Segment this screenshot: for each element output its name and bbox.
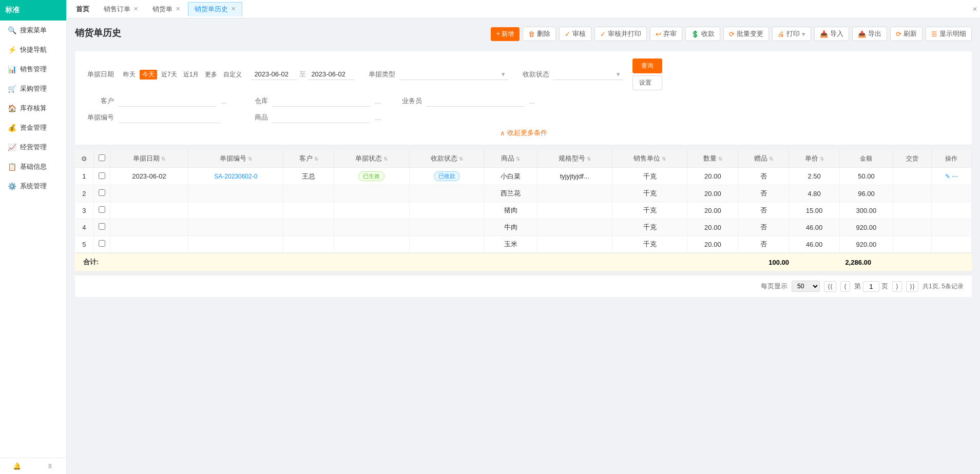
tab-sales-history[interactable]: 销货单历史 ✕ [188, 2, 242, 16]
page-size-label: 每页显示 [761, 282, 787, 291]
salesman-input[interactable] [426, 95, 525, 107]
new-button[interactable]: + 新增 [491, 27, 520, 41]
query-button[interactable]: 查询 [632, 58, 662, 73]
th-pay-status[interactable]: 收款状态 ⇅ [409, 150, 484, 168]
shortcut-1month[interactable]: 近1月 [181, 70, 201, 80]
doc-no-input[interactable] [118, 112, 221, 123]
select-all-checkbox[interactable] [99, 154, 105, 161]
row-checkbox[interactable] [99, 206, 105, 213]
collect-button[interactable]: 💲 收款 [685, 27, 720, 41]
row-checkbox[interactable] [99, 189, 105, 196]
sidebar-item-sales-mgmt[interactable]: 📊 销售管理 [0, 60, 66, 79]
cell-checkbox[interactable] [93, 202, 110, 219]
sort-unit[interactable]: 销售单位 ⇅ [633, 154, 666, 163]
audit-button[interactable]: ✓ 审核 [559, 27, 591, 41]
warehouse-input[interactable] [272, 95, 371, 107]
customer-input[interactable] [118, 95, 217, 107]
print-button[interactable]: 🖨 打印 ▾ [772, 27, 811, 41]
sort-pay-status[interactable]: 收款状态 ⇅ [431, 154, 463, 163]
import-button[interactable]: 📥 导入 [814, 27, 849, 41]
sort-doc-date[interactable]: 单据日期 ⇅ [133, 154, 165, 163]
sort-gift[interactable]: 赠品 ⇅ [754, 154, 773, 163]
sort-spec[interactable]: 规格型号 ⇅ [559, 154, 591, 163]
shortcut-7days[interactable]: 近7天 [159, 70, 179, 80]
shortcut-custom[interactable]: 自定义 [221, 70, 244, 80]
salesman-dots[interactable]: ... [529, 97, 535, 105]
pay-status-select[interactable]: ▾ [553, 69, 623, 80]
th-unit[interactable]: 销售单位 ⇅ [612, 150, 687, 168]
date-from-input[interactable] [251, 69, 297, 80]
row-checkbox[interactable] [99, 240, 105, 247]
tab-sales-delivery[interactable]: 销货单 ✕ [146, 2, 187, 16]
tab-home[interactable]: 首页 [69, 2, 96, 16]
sidebar-item-finance-mgmt[interactable]: 💰 资金管理 [0, 118, 66, 137]
th-gift[interactable]: 赠品 ⇅ [738, 150, 789, 168]
page-last-button[interactable]: ⟩⟩ [906, 281, 918, 292]
sort-price[interactable]: 单价 ⇅ [805, 154, 824, 163]
th-settings[interactable]: ⚙ [75, 150, 93, 168]
th-goods[interactable]: 商品 ⇅ [485, 150, 537, 168]
goods-dots[interactable]: ... [375, 113, 381, 122]
setting-button[interactable]: 设置 [632, 75, 662, 90]
tab-sales-delivery-close[interactable]: ✕ [176, 6, 180, 12]
batch-change-button[interactable]: ⟳ 批量变更 [723, 27, 769, 41]
th-doc-date[interactable]: 单据日期 ⇅ [110, 150, 188, 168]
export-button[interactable]: 📤 导出 [852, 27, 887, 41]
th-price[interactable]: 单价 ⇅ [789, 150, 840, 168]
sort-goods[interactable]: 商品 ⇅ [501, 154, 520, 163]
abandon-button[interactable]: ↩ 弃审 [650, 27, 682, 41]
row-checkbox[interactable] [99, 223, 105, 230]
row-checkbox[interactable] [99, 172, 105, 179]
sidebar-item-purchase-mgmt[interactable]: 🛒 采购管理 [0, 79, 66, 98]
shortcut-today[interactable]: 今天 [140, 70, 157, 80]
sidebar-item-sys-mgmt[interactable]: ⚙️ 系统管理 [0, 176, 66, 196]
cell-checkbox[interactable] [93, 219, 110, 236]
page-first-button[interactable]: ⟨⟨ [824, 281, 836, 292]
th-customer[interactable]: 客户 ⇅ [283, 150, 334, 168]
doc-type-select[interactable]: ▾ [399, 69, 508, 80]
sort-doc-status[interactable]: 单据状态 ⇅ [355, 154, 388, 163]
warehouse-dots[interactable]: ... [375, 97, 381, 105]
goods-input[interactable] [272, 112, 371, 123]
th-spec[interactable]: 规格型号 ⇅ [537, 150, 612, 168]
sidebar-bottom-icon1[interactable]: 🔔 [13, 462, 21, 470]
page-size-select[interactable]: 20 50 100 [792, 281, 820, 292]
filter-collapse[interactable]: ∧ 收起更多条件 [83, 128, 964, 137]
horizontal-scrollbar[interactable] [75, 271, 972, 275]
sidebar-item-quick-nav[interactable]: ⚡ 快捷导航 [0, 40, 66, 60]
tab-sales-history-close[interactable]: ✕ [231, 6, 236, 12]
delete-button[interactable]: 🗑 删除 [523, 27, 556, 41]
tab-bar-close-all[interactable]: ✕ [972, 6, 977, 13]
inventory-icon: 🏠 [8, 104, 16, 112]
shortcut-yesterday[interactable]: 昨天 [121, 70, 138, 80]
tab-sales-order-close[interactable]: ✕ [133, 6, 138, 12]
shortcut-more[interactable]: 更多 [203, 70, 219, 80]
page-next-button[interactable]: ⟩ [892, 281, 902, 292]
sort-doc-no[interactable]: 单据编号 ⇅ [220, 154, 252, 163]
sidebar-item-search-menu[interactable]: 🔍 搜索菜单 [0, 21, 66, 40]
refresh-button[interactable]: ⟳ 刷新 [890, 27, 923, 41]
page-num-input[interactable] [863, 281, 879, 292]
date-to-input[interactable] [308, 69, 354, 80]
action-edit[interactable]: ✎ [945, 173, 950, 180]
show-details-button[interactable]: ☰ 显示明细 [926, 27, 972, 41]
sort-qty[interactable]: 数量 ⇅ [703, 154, 722, 163]
sort-customer[interactable]: 客户 ⇅ [299, 154, 318, 163]
tab-sales-order[interactable]: 销售订单 ✕ [97, 2, 145, 16]
settings-icon[interactable]: ⚙ [81, 155, 87, 163]
cell-checkbox[interactable] [93, 236, 110, 253]
th-doc-no[interactable]: 单据编号 ⇅ [188, 150, 283, 168]
doc-no-link[interactable]: SA-20230602-0 [214, 173, 257, 180]
sidebar-item-ops-mgmt[interactable]: 📈 经营管理 [0, 137, 66, 157]
th-doc-status[interactable]: 单据状态 ⇅ [334, 150, 409, 168]
action-more[interactable]: ⋯ [952, 173, 958, 180]
cell-checkbox[interactable] [93, 185, 110, 202]
customer-dots[interactable]: ... [221, 97, 227, 105]
audit-print-button[interactable]: ✓ 审核并打印 [594, 27, 647, 41]
cell-checkbox[interactable] [93, 168, 110, 185]
sidebar-item-inventory[interactable]: 🏠 库存核算 [0, 98, 66, 118]
page-prev-button[interactable]: ⟨ [840, 281, 850, 292]
sidebar-bottom-icon2[interactable]: ⏸ [47, 462, 53, 470]
sidebar-item-basic-info[interactable]: 📋 基础信息 [0, 157, 66, 176]
th-qty[interactable]: 数量 ⇅ [687, 150, 738, 168]
